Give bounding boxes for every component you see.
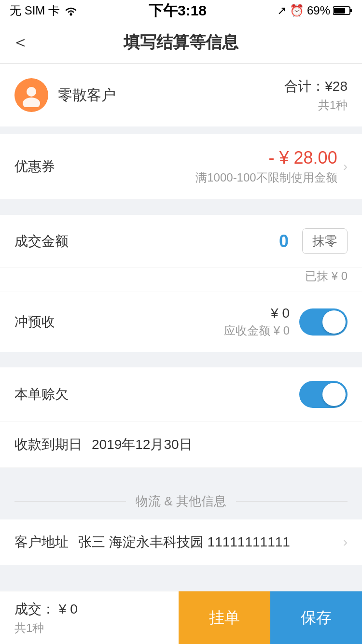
bottom-bar: 成交： ¥ 0 共1种 挂单 保存 bbox=[0, 591, 362, 644]
bottom-deal-value: ¥ 0 bbox=[59, 602, 78, 616]
due-date-label: 收款到期日 bbox=[14, 435, 82, 454]
alarm-icon: ⏰ bbox=[290, 4, 304, 17]
divider-3 bbox=[0, 476, 362, 483]
address-label: 客户地址 bbox=[14, 533, 69, 551]
due-date-row: 收款到期日 2019年12月30日 bbox=[0, 422, 362, 468]
due-date-value: 2019年12月30日 bbox=[92, 435, 193, 454]
customer-row: 零散客户 合计：¥28 共1种 bbox=[0, 64, 362, 126]
pre-receive-label: 冲预收 bbox=[14, 313, 55, 331]
logistics-header: 物流 & 其他信息 bbox=[0, 483, 362, 519]
battery-icon bbox=[333, 6, 352, 15]
customer-name: 零散客户 bbox=[58, 85, 116, 105]
back-button[interactable]: ＜ bbox=[12, 30, 29, 54]
pre-receive-amount: ¥ 0 bbox=[224, 306, 290, 321]
logistics-line-left bbox=[14, 501, 126, 502]
customer-card: 零散客户 合计：¥28 共1种 bbox=[0, 64, 362, 126]
battery-percent: 69% bbox=[307, 4, 330, 17]
address-value: 张三 海淀永丰科技园 11111111111 bbox=[78, 533, 343, 551]
toggle-knob bbox=[322, 310, 346, 334]
coupon-right: - ¥ 28.00 满1000-100不限制使用金额 › bbox=[195, 148, 348, 185]
coupon-amount: - ¥ 28.00 bbox=[195, 148, 337, 168]
logistics-line-right bbox=[236, 501, 348, 502]
round-zero-button[interactable]: 抹零 bbox=[302, 228, 348, 254]
divider-1 bbox=[0, 207, 362, 215]
pre-receive-right: ¥ 0 应收金额 ¥ 0 bbox=[224, 306, 348, 338]
bottom-deal-label: 成交： bbox=[14, 602, 55, 616]
customer-left: 零散客户 bbox=[14, 78, 116, 112]
status-bar: 无 SIM 卡 下午3:18 ↗ ⏰ 69% bbox=[0, 0, 362, 21]
deal-amount-value: 0 bbox=[279, 231, 289, 251]
coupon-row[interactable]: 优惠券 - ¥ 28.00 满1000-100不限制使用金额 › bbox=[0, 134, 362, 199]
deal-amount-sub: 已抹 ¥ 0 bbox=[305, 269, 348, 282]
svg-point-5 bbox=[23, 98, 40, 107]
pre-receive-amounts: ¥ 0 应收金额 ¥ 0 bbox=[224, 306, 290, 338]
status-left: 无 SIM 卡 bbox=[10, 3, 78, 18]
bottom-count: 共1种 bbox=[14, 620, 164, 636]
pre-receive-toggle[interactable] bbox=[299, 308, 348, 336]
coupon-label: 优惠券 bbox=[14, 157, 55, 176]
svg-point-4 bbox=[27, 87, 36, 97]
total-count: 共1种 bbox=[284, 98, 348, 113]
status-time: 下午3:18 bbox=[149, 1, 207, 21]
nav-bar: ＜ 填写结算等信息 bbox=[0, 21, 362, 64]
address-card[interactable]: 客户地址 张三 海淀永丰科技园 11111111111 › bbox=[0, 519, 362, 565]
coupon-details: - ¥ 28.00 满1000-100不限制使用金额 bbox=[195, 148, 337, 185]
overdue-toggle[interactable] bbox=[299, 381, 348, 408]
address-chevron-icon: › bbox=[343, 534, 348, 550]
overdue-toggle-knob bbox=[322, 383, 346, 406]
overdue-card: 本单赊欠 收款到期日 2019年12月30日 bbox=[0, 367, 362, 468]
status-right: ↗ ⏰ 69% bbox=[277, 4, 352, 17]
deal-amount-row: 成交金额 0 抹零 bbox=[0, 215, 362, 268]
pre-receive-row: 冲预收 ¥ 0 应收金额 ¥ 0 bbox=[0, 292, 362, 352]
page-title: 填写结算等信息 bbox=[124, 31, 238, 54]
sim-status: 无 SIM 卡 bbox=[10, 3, 60, 18]
deal-amount-details: 0 bbox=[279, 231, 296, 252]
hold-button[interactable]: 挂单 bbox=[179, 591, 270, 644]
coupon-chevron-icon: › bbox=[343, 159, 348, 174]
coupon-card[interactable]: 优惠券 - ¥ 28.00 满1000-100不限制使用金额 › bbox=[0, 134, 362, 199]
svg-rect-3 bbox=[334, 8, 345, 14]
overdue-row: 本单赊欠 bbox=[0, 367, 362, 422]
coupon-sub: 满1000-100不限制使用金额 bbox=[195, 170, 337, 185]
customer-avatar bbox=[14, 78, 48, 112]
address-row[interactable]: 客户地址 张三 海淀永丰科技园 11111111111 › bbox=[0, 519, 362, 565]
pre-receive-sub: 应收金额 ¥ 0 bbox=[224, 323, 290, 338]
deal-amount-right: 0 抹零 bbox=[279, 228, 348, 254]
deal-amount-card: 成交金额 0 抹零 已抹 ¥ 0 冲预收 ¥ 0 应收金额 ¥ 0 bbox=[0, 215, 362, 352]
overdue-label: 本单赊欠 bbox=[14, 385, 69, 404]
save-button[interactable]: 保存 bbox=[270, 591, 362, 644]
deal-amount-label: 成交金额 bbox=[14, 232, 69, 251]
location-icon: ↗ bbox=[277, 4, 287, 17]
customer-summary: 合计：¥28 共1种 bbox=[284, 77, 348, 113]
content-area: 零散客户 合计：¥28 共1种 优惠券 - ¥ 28.00 满1000-100不… bbox=[0, 64, 362, 644]
bottom-deal-amount: 成交： ¥ 0 bbox=[14, 600, 164, 618]
avatar-icon bbox=[19, 83, 43, 107]
divider-2 bbox=[0, 360, 362, 367]
logistics-label: 物流 & 其他信息 bbox=[136, 493, 226, 510]
wifi-icon bbox=[64, 5, 78, 16]
svg-rect-2 bbox=[350, 9, 352, 12]
bottom-summary: 成交： ¥ 0 共1种 bbox=[0, 600, 179, 636]
svg-point-0 bbox=[70, 14, 72, 16]
total-amount: 合计：¥28 bbox=[284, 77, 348, 96]
